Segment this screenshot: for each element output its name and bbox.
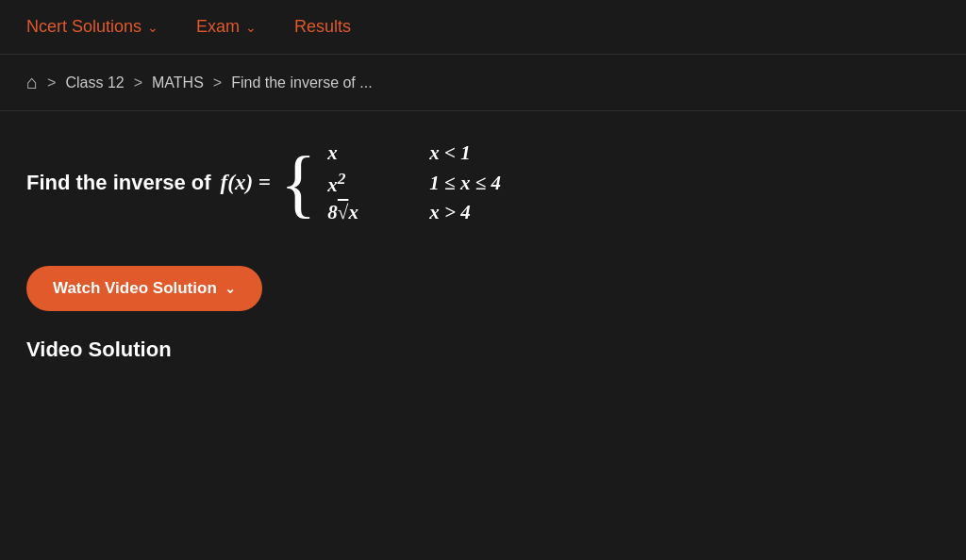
left-brace-icon: {: [280, 145, 316, 221]
watch-button-label: Watch Video Solution: [53, 279, 217, 298]
breadcrumb-subject[interactable]: MATHS: [152, 74, 204, 91]
case-cond-2: 1 ≤ x ≤ 4: [429, 172, 501, 195]
function-notation: f(x) =: [221, 171, 271, 195]
problem-prefix: Find the inverse of: [26, 171, 211, 195]
case-cond-3: x > 4: [429, 201, 470, 224]
problem-statement: Find the inverse of f(x) = { x x < 1 x2 …: [26, 141, 940, 224]
exam-chevron-icon: ⌄: [245, 20, 257, 35]
cases-table: x x < 1 x2 1 ≤ x ≤ 4 8√x x > 4: [327, 141, 501, 224]
watch-video-solution-button[interactable]: Watch Video Solution ⌄: [26, 266, 262, 311]
breadcrumb-class[interactable]: Class 12: [65, 74, 124, 91]
breadcrumb: ⌂ > Class 12 > MATHS > Find the inverse …: [0, 55, 966, 111]
case-row-3: 8√x x > 4: [327, 201, 501, 224]
main-content: Find the inverse of f(x) = { x x < 1 x2 …: [0, 111, 966, 385]
video-solution-heading: Video Solution: [26, 338, 940, 362]
breadcrumb-sep-1: >: [47, 74, 56, 91]
case-cond-1: x < 1: [429, 141, 470, 165]
case-expr-2: x2: [327, 169, 384, 197]
nav-exam-label: Exam: [196, 17, 240, 37]
piecewise-formula: { x x < 1 x2 1 ≤ x ≤ 4 8√x x > 4: [280, 141, 501, 224]
breadcrumb-sep-2: >: [134, 74, 142, 91]
home-icon[interactable]: ⌂: [26, 72, 38, 93]
breadcrumb-sep-3: >: [213, 74, 222, 91]
breadcrumb-topic: Find the inverse of ...: [231, 74, 372, 91]
nav-exam[interactable]: Exam ⌄: [196, 17, 257, 37]
case-row-2: x2 1 ≤ x ≤ 4: [327, 169, 501, 197]
navbar: Ncert Solutions ⌄ Exam ⌄ Results: [0, 0, 966, 55]
nav-results-label: Results: [294, 17, 351, 37]
nav-ncert-solutions[interactable]: Ncert Solutions ⌄: [26, 17, 158, 37]
watch-chevron-icon: ⌄: [225, 281, 236, 296]
nav-results[interactable]: Results: [294, 17, 351, 37]
ncert-solutions-chevron-icon: ⌄: [147, 20, 158, 35]
case-expr-1: x: [327, 141, 384, 165]
case-expr-3: 8√x: [327, 201, 384, 224]
nav-ncert-solutions-label: Ncert Solutions: [26, 17, 142, 37]
case-row-1: x x < 1: [327, 141, 501, 165]
